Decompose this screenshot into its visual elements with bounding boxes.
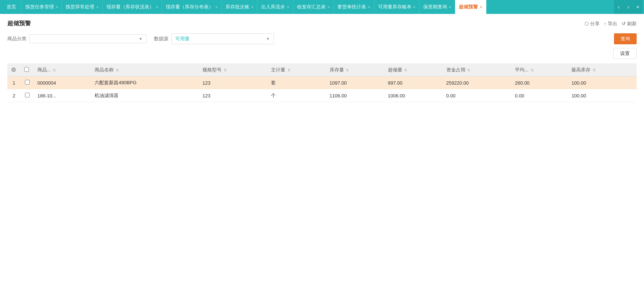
filter-and-actions: 商品分类 ▼ 数据源 可用量 ▼ 查询 设置 — [7, 33, 637, 59]
nav-arrows: ‹ › × — [614, 0, 643, 14]
unit: 套 — [267, 77, 326, 89]
select-all-checkbox[interactable] — [24, 67, 29, 72]
product-name: 机油滤清器 — [91, 89, 199, 102]
row-checkbox-cell — [21, 77, 34, 89]
settings-button[interactable]: 设置 — [613, 48, 637, 59]
close-icon[interactable]: × — [96, 5, 98, 9]
export-icon: ↑ — [604, 21, 607, 26]
nav-item-receive-summary[interactable]: 收发存汇总表 × — [293, 0, 334, 14]
th-stock-qty[interactable]: 库存量 ⇅ — [326, 63, 384, 77]
product-category-label: 商品分类 — [7, 36, 26, 42]
datasource-value: 可用量 — [175, 36, 190, 42]
capital-occupied: 259220.00 — [443, 77, 512, 89]
sort-icon: ⇅ — [346, 68, 349, 72]
product-category-filter: 商品分类 ▼ — [7, 34, 147, 43]
datasource-label: 数据源 — [154, 36, 168, 42]
header-actions: ⬡ 分享 ↑ 导出 ↺ 刷新 — [585, 21, 637, 27]
spec: 123 — [199, 77, 268, 89]
query-button[interactable]: 查询 — [614, 33, 637, 44]
table-row: 1 0000004 六配套新昌490BPG 123 套 1097.00 997.… — [7, 77, 637, 89]
close-icon[interactable]: × — [328, 5, 330, 9]
close-icon[interactable]: × — [251, 5, 253, 9]
max-stock: 100.00 — [568, 89, 637, 102]
th-checkbox — [21, 63, 34, 77]
page-content: 超储预警 ⬡ 分享 ↑ 导出 ↺ 刷新 商品分类 — [0, 14, 644, 293]
nav-item-overstock-warning[interactable]: 超储预警 × — [455, 0, 486, 14]
spec: 123 — [199, 89, 268, 102]
close-icon[interactable]: × — [480, 5, 482, 9]
filter-row: 商品分类 ▼ 数据源 可用量 ▼ — [7, 33, 274, 44]
page-header: 超储预警 ⬡ 分享 ↑ 导出 ↺ 刷新 — [7, 20, 637, 27]
nav-item-exception[interactable]: 拣货异常处理 × — [62, 0, 102, 14]
share-icon: ⬡ — [585, 21, 589, 26]
gear-icon[interactable]: ⚙ — [11, 67, 16, 73]
th-max-stock[interactable]: 最高库存 ⇅ — [568, 63, 637, 77]
row-checkbox-cell — [21, 89, 34, 102]
table-header: ⚙ 商品... ⇅ 商品名称 ⇅ 规格型号 ⇅ 主计量 — [7, 63, 637, 77]
nav-right-arrow[interactable]: › — [623, 0, 633, 14]
nav-item-stock-status[interactable]: 现存量（库存状况表） × — [103, 0, 162, 14]
page-title: 超储预警 — [7, 20, 31, 27]
th-settings: ⚙ — [7, 63, 21, 77]
nav-item-quality-check[interactable]: 保质期查询 × — [420, 0, 455, 14]
chevron-down-icon: ▼ — [266, 37, 270, 41]
th-avg-price[interactable]: 平均... ⇅ — [511, 63, 568, 77]
capital-occupied: 0.00 — [443, 89, 512, 102]
th-product-code[interactable]: 商品... ⇅ — [34, 63, 91, 77]
table-row: 2 186-10... 机油滤清器 123 个 1106.00 1006.00 … — [7, 89, 637, 102]
nav-home[interactable]: 首页 — [1, 0, 22, 14]
th-overstock-qty[interactable]: 超储量 ⇅ — [384, 63, 443, 77]
product-category-select[interactable]: ▼ — [29, 34, 147, 43]
sort-icon: ⇅ — [224, 68, 227, 72]
sort-icon: ⇅ — [116, 68, 119, 72]
nav-item-available-ledger[interactable]: 可用量库存账本 × — [374, 0, 420, 14]
chevron-down-icon: ▼ — [139, 37, 143, 41]
close-icon[interactable]: × — [56, 5, 58, 9]
stock-qty: 1106.00 — [326, 89, 384, 102]
filter-area: 商品分类 ▼ 数据源 可用量 ▼ — [7, 33, 274, 50]
th-spec[interactable]: 规格型号 ⇅ — [199, 63, 268, 77]
nav-item-task-mgmt[interactable]: 拣货任务管理 × — [22, 0, 62, 14]
close-icon[interactable]: × — [156, 5, 158, 9]
row-checkbox[interactable] — [25, 93, 30, 97]
top-nav: 首页 拣货任务管理 × 拣货异常处理 × 现存量（库存状况表） × 现存量（库存… — [0, 0, 644, 14]
close-icon[interactable]: × — [413, 5, 416, 9]
nav-item-order-stats[interactable]: 要货单统计表 × — [334, 0, 374, 14]
avg-price: 0.00 — [511, 89, 568, 102]
unit: 个 — [267, 89, 326, 102]
close-icon[interactable]: × — [368, 5, 370, 9]
stock-qty: 1097.00 — [326, 77, 384, 89]
datasource-filter: 数据源 可用量 ▼ — [154, 33, 274, 44]
refresh-button[interactable]: ↺ 刷新 — [622, 21, 637, 27]
nav-item-batch[interactable]: 库存批次账 × — [222, 0, 257, 14]
row-checkbox[interactable] — [25, 80, 30, 85]
row-number: 1 — [7, 77, 21, 89]
datasource-select[interactable]: 可用量 ▼ — [171, 33, 274, 44]
th-unit[interactable]: 主计量 ⇅ — [267, 63, 326, 77]
overstock-qty: 1006.00 — [384, 89, 443, 102]
overstock-qty: 997.00 — [384, 77, 443, 89]
close-icon[interactable]: × — [215, 5, 217, 9]
sort-icon: ⇅ — [53, 68, 56, 72]
th-product-name[interactable]: 商品名称 ⇅ — [91, 63, 199, 77]
sort-icon: ⇅ — [531, 68, 534, 72]
nav-left-arrow[interactable]: ‹ — [614, 0, 623, 14]
nav-item-stock-dist[interactable]: 现存量（库存分布表） × — [162, 0, 222, 14]
sort-icon: ⇅ — [288, 68, 290, 72]
sort-icon: ⇅ — [467, 68, 470, 72]
max-stock: 100.00 — [568, 77, 637, 89]
export-button[interactable]: ↑ 导出 — [604, 21, 618, 27]
product-code: 186-10... — [34, 89, 91, 102]
product-code: 0000004 — [34, 77, 91, 89]
table-body: 1 0000004 六配套新昌490BPG 123 套 1097.00 997.… — [7, 77, 637, 102]
product-name: 六配套新昌490BPG — [91, 77, 199, 89]
th-capital-occupied[interactable]: 资金占用 ⇅ — [443, 63, 512, 77]
close-icon[interactable]: × — [449, 5, 451, 9]
data-table: ⚙ 商品... ⇅ 商品名称 ⇅ 规格型号 ⇅ 主计量 — [7, 63, 637, 102]
nav-close-all[interactable]: × — [633, 0, 643, 14]
row-number: 2 — [7, 89, 21, 102]
share-button[interactable]: ⬡ 分享 — [585, 21, 600, 27]
close-icon[interactable]: × — [287, 5, 289, 9]
nav-item-inout-flow[interactable]: 出入库流水 × — [257, 0, 293, 14]
refresh-icon: ↺ — [622, 21, 626, 26]
